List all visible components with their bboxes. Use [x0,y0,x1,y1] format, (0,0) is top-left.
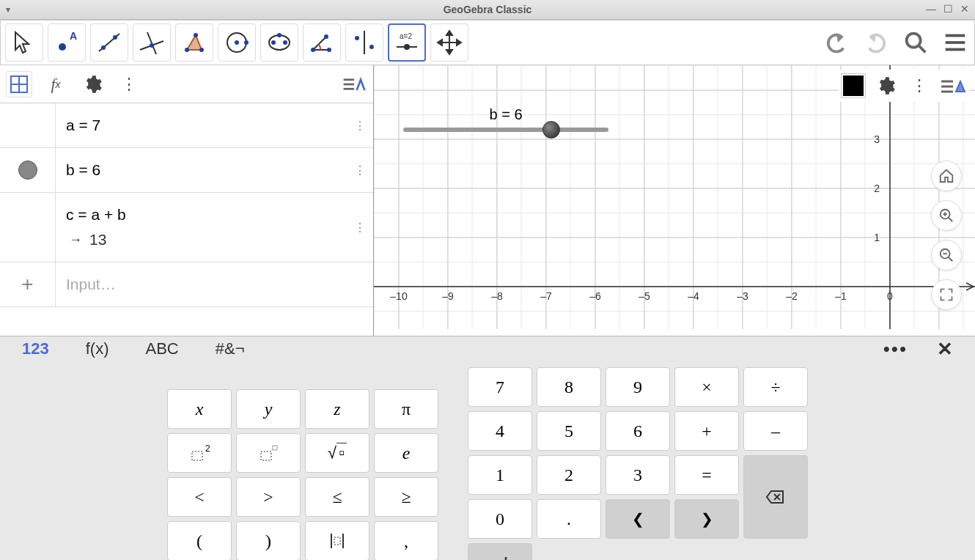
slider-handle[interactable] [542,121,560,139]
svg-point-3 [101,45,106,50]
kb-tab-fx[interactable]: f(x) [78,336,117,361]
expression-content[interactable]: a = 7 [56,103,347,147]
key-enter[interactable] [468,543,532,560]
expression-content[interactable]: c = a + b→13 [56,193,347,262]
key-8[interactable]: 8 [537,367,601,407]
key-left[interactable]: ❮ [606,499,670,539]
sort-icon[interactable] [341,71,367,97]
key-9[interactable]: 9 [606,367,670,407]
key-sqrt[interactable]: √▫ [305,433,369,473]
search-button[interactable] [901,28,930,57]
key-,[interactable]: , [374,521,438,560]
key-π[interactable]: π [374,389,438,429]
algebra-row[interactable]: c = a + b→13 ⋮ [0,193,373,262]
undo-button[interactable] [822,28,851,57]
kb-more-icon[interactable]: ••• [883,338,908,361]
row-more-icon[interactable]: ⋮ [347,103,373,147]
point-tool[interactable]: A [48,23,86,62]
ellipse-tool[interactable] [260,23,298,62]
visibility-marker[interactable] [0,148,56,192]
key-)[interactable]: ) [236,521,301,560]
angle-tool[interactable] [303,23,341,62]
key-0[interactable]: 0 [468,499,532,539]
key-sq[interactable]: 2 [167,433,232,473]
algebra-row[interactable]: a = 7 ⋮ [0,103,373,148]
key-6[interactable]: 6 [606,411,670,451]
key-≥[interactable]: ≥ [374,477,438,517]
slider-track[interactable] [403,128,608,132]
move-tool[interactable] [5,23,43,62]
move-graphics-tool[interactable] [430,23,468,62]
graphics-style-icon[interactable] [940,73,966,99]
slider-object[interactable]: b = 6 [403,106,608,132]
key-.[interactable]: . [537,499,601,539]
grid-canvas[interactable]: –10–9–8–7–6–5–4–3–2–10321 [374,65,975,329]
close-window-icon[interactable]: ✕ [960,3,969,15]
minimize-icon[interactable]: — [926,3,936,15]
graphics-settings-icon[interactable] [872,73,899,99]
key-=[interactable]: = [674,455,739,495]
fullscreen-button[interactable] [931,279,962,310]
window-menu-icon[interactable]: ▾ [6,4,10,15]
key->[interactable]: > [236,477,301,517]
key-≤[interactable]: ≤ [305,477,369,517]
svg-point-10 [194,33,198,37]
visibility-marker[interactable] [0,193,56,262]
visibility-marker[interactable] [0,103,56,147]
key-3[interactable]: 3 [606,455,670,495]
algebra-row[interactable]: b = 6 ⋮ [0,148,373,193]
reflect-tool[interactable] [345,23,383,62]
graphics-view[interactable]: –10–9–8–7–6–5–4–3–2–10321 b = 6 ⋮ [374,65,975,336]
home-button[interactable] [931,161,962,191]
algebra-input[interactable] [66,276,363,293]
polygon-tool[interactable] [175,23,213,62]
slider-tool[interactable]: a=2 [388,23,426,62]
key-2[interactable]: 2 [537,455,601,495]
zoom-out-button[interactable] [931,240,962,270]
color-selector[interactable] [842,74,865,97]
key-×[interactable]: × [674,367,739,407]
maximize-icon[interactable]: ☐ [943,3,953,15]
window-title: GeoGebra Classic [444,4,532,15]
key-÷[interactable]: ÷ [743,367,808,407]
key-right[interactable]: ❯ [674,499,739,539]
menu-button[interactable] [941,28,970,57]
key-5[interactable]: 5 [537,411,601,451]
perpendicular-tool[interactable] [133,23,171,62]
key-z[interactable]: z [305,389,369,429]
key-x[interactable]: x [167,389,232,429]
key-<[interactable]: < [167,477,232,517]
graphics-more-icon[interactable]: ⋮ [906,73,932,99]
algebra-toggle-icon[interactable] [6,71,32,97]
key-1[interactable]: 1 [468,455,532,495]
redo-button[interactable] [861,28,891,57]
key-bksp[interactable] [743,455,808,539]
add-row-icon[interactable]: + [0,262,56,306]
row-more-icon[interactable]: ⋮ [347,193,373,262]
zoom-in-button[interactable] [931,200,962,231]
svg-point-27 [907,34,921,48]
svg-point-16 [283,40,287,45]
row-more-icon[interactable]: ⋮ [347,148,373,192]
svg-point-12 [235,40,239,45]
key-exp[interactable] [236,433,301,473]
key-+[interactable]: + [674,411,739,451]
key-7[interactable]: 7 [468,367,532,407]
circle-tool[interactable] [218,23,256,62]
key-4[interactable]: 4 [468,411,532,451]
kb-tab-sym[interactable]: #&¬ [208,336,252,361]
kb-tab-123[interactable]: 123 [15,336,56,361]
kb-close-icon[interactable]: ✕ [930,338,960,361]
key-–[interactable]: – [743,411,808,451]
fx-icon[interactable]: fx [43,71,69,97]
key-abs[interactable] [305,521,369,560]
svg-text:2: 2 [874,183,880,194]
key-([interactable]: ( [167,521,232,560]
kb-tab-abc[interactable]: ABC [138,336,185,361]
line-tool[interactable] [90,23,128,62]
expression-content[interactable]: b = 6 [56,148,347,192]
settings-icon[interactable] [79,71,106,97]
key-y[interactable]: y [236,389,301,429]
key-e[interactable]: e [374,433,438,473]
more-icon[interactable]: ⋮ [116,71,142,97]
